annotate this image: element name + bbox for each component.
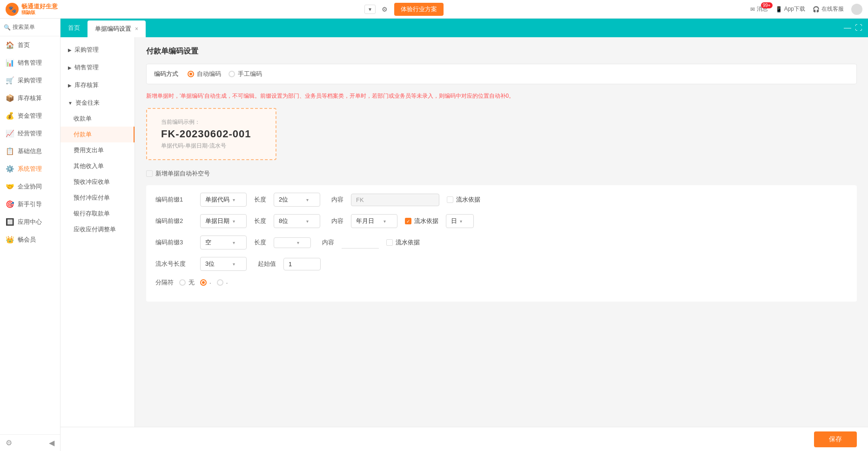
auto-fill-label: 新增单据自动补空号 xyxy=(155,169,210,178)
app-download[interactable]: 📱 App下载 xyxy=(775,5,805,13)
online-service[interactable]: 🎧 在线客服 xyxy=(813,5,844,13)
logo-subtitle: 猫鼬版 xyxy=(21,10,58,15)
sidebar-item-purchase[interactable]: 🛒 采购管理 xyxy=(0,72,60,89)
sub-item-receipt[interactable]: 收款单 xyxy=(61,111,135,127)
sidebar-item-sales[interactable]: 📊 销售管理 xyxy=(0,54,60,72)
length1-label: 长度 xyxy=(254,195,266,204)
length3-select[interactable]: ▾ xyxy=(274,237,311,248)
inventory-icon: 📦 xyxy=(6,94,14,102)
prefix2-label: 编码前缀2 xyxy=(155,217,193,225)
sidebar-item-home[interactable]: 🏠 首页 xyxy=(0,36,60,54)
sub-item-bank[interactable]: 银行存取款单 xyxy=(61,206,135,222)
sidebar-member-label: 畅会员 xyxy=(18,236,36,244)
sub-header-purchase[interactable]: ▶ 采购管理 xyxy=(61,42,135,58)
collapse-icon[interactable]: ◀ xyxy=(49,438,54,447)
settings-bottom-icon[interactable]: ⚙ xyxy=(6,438,12,447)
prefix1-arrow: ▾ xyxy=(233,197,235,202)
serial1-checkbox[interactable] xyxy=(447,196,453,203)
serial-length-select[interactable]: 3位 ▾ xyxy=(200,257,247,271)
prefix3-value: 空 xyxy=(205,238,211,247)
save-button[interactable]: 保存 xyxy=(814,431,857,447)
sidebar-item-member[interactable]: 👑 畅会员 xyxy=(0,231,60,249)
prefix1-select[interactable]: 单据代码 ▾ xyxy=(200,193,247,207)
try-button[interactable]: 体验行业方案 xyxy=(394,3,444,16)
sidebar-item-operations[interactable]: 📈 经营管理 xyxy=(0,125,60,142)
manual-encoding-radio[interactable] xyxy=(229,71,235,77)
sub-item-other-income[interactable]: 其他收入单 xyxy=(61,158,135,174)
encoding-method-section: 编码方式 自动编码 手工编码 xyxy=(146,64,857,84)
tab-close-icon[interactable]: × xyxy=(135,26,138,32)
sub-item-pre-receipt[interactable]: 预收冲应收单 xyxy=(61,174,135,190)
messages-badge: 99+ xyxy=(761,2,773,8)
auto-fill-checkbox[interactable] xyxy=(146,170,153,177)
sep-dash-label: · xyxy=(209,279,211,286)
breadcrumb-selector[interactable]: ▾ xyxy=(364,5,376,14)
sep-none-label: 无 xyxy=(188,278,195,287)
sub-header-sales[interactable]: ▶ 销售管理 xyxy=(61,60,135,75)
start-value-input[interactable] xyxy=(283,258,321,270)
serial2-checkbox-group: 流水依据 xyxy=(405,217,438,225)
sub-item-pre-payment[interactable]: 预付冲应付单 xyxy=(61,190,135,206)
messages-area[interactable]: ✉ 消息 99+ xyxy=(750,5,768,13)
sep-dot-radio[interactable] xyxy=(217,279,223,286)
sub-group-purchase: ▶ 采购管理 xyxy=(61,42,135,58)
sidebar-item-apps[interactable]: 🔲 应用中心 xyxy=(0,213,60,231)
sep-dot-option[interactable]: · xyxy=(217,279,228,286)
sub-item-adjust[interactable]: 应收应付调整单 xyxy=(61,222,135,237)
sub-item-other-income-label: 其他收入单 xyxy=(74,162,104,169)
length1-select[interactable]: 2位 ▾ xyxy=(274,193,320,207)
sub-label-sales: 销售管理 xyxy=(74,63,99,72)
system-icon: ⚙️ xyxy=(6,165,14,173)
serial2-unit-value: 日 xyxy=(451,217,457,225)
bottom-bar: 保存 xyxy=(61,427,868,451)
sidebar-item-system[interactable]: ⚙️ 系统管理 xyxy=(0,160,60,178)
sidebar-search[interactable]: 🔍 搜索菜单 xyxy=(0,19,60,36)
sep-dash-radio[interactable] xyxy=(200,279,207,286)
prefix2-value: 单据日期 xyxy=(205,217,229,225)
auto-encoding-radio[interactable] xyxy=(188,71,194,77)
tab-home[interactable]: 首页 xyxy=(61,19,87,37)
sidebar-basic-label: 基础信息 xyxy=(18,147,42,155)
start-value-label: 起始值 xyxy=(258,260,276,268)
auto-encoding-option[interactable]: 自动编码 xyxy=(188,70,221,78)
sidebar-item-enterprise[interactable]: 🤝 企业协同 xyxy=(0,178,60,195)
serial2-checkbox[interactable] xyxy=(405,218,411,224)
minimize-icon[interactable]: — xyxy=(844,24,851,32)
sidebar-item-inventory[interactable]: 📦 库存核算 xyxy=(0,89,60,107)
length2-select[interactable]: 8位 ▾ xyxy=(274,214,320,228)
sidebar-item-basic[interactable]: 📋 基础信息 xyxy=(0,142,60,160)
tab-encoding[interactable]: 单据编码设置 × xyxy=(87,20,146,37)
prefix3-select[interactable]: 空 ▾ xyxy=(200,236,247,249)
left-sidebar: 🔍 搜索菜单 🏠 首页 📊 销售管理 🛒 采购管理 📦 库存核算 💰 xyxy=(0,19,61,451)
operations-icon: 📈 xyxy=(6,129,14,138)
serial1-checkbox-group: 流水依据 xyxy=(447,195,480,204)
sep-none-radio[interactable] xyxy=(179,279,186,286)
sidebar-item-guide[interactable]: 🎯 新手引导 xyxy=(0,195,60,213)
maximize-icon[interactable]: ⛶ xyxy=(855,24,862,32)
content1-input[interactable] xyxy=(351,194,439,206)
prefix1-value: 单据代码 xyxy=(205,195,229,204)
sub-label-finance: 资金往来 xyxy=(75,99,100,107)
serial-length-value: 3位 xyxy=(205,260,215,268)
sidebar-item-finance[interactable]: 💰 资金管理 xyxy=(0,107,60,125)
content2-select[interactable]: 年月日 ▾ xyxy=(351,214,397,228)
sub-header-inventory[interactable]: ▶ 库存核算 xyxy=(61,77,135,93)
sub-item-expense[interactable]: 费用支出单 xyxy=(61,142,135,158)
sep-dash-option[interactable]: · xyxy=(200,279,211,286)
content2-value: 年月日 xyxy=(356,217,374,225)
manual-encoding-option[interactable]: 手工编码 xyxy=(229,70,262,78)
sub-item-payment[interactable]: 付款单 xyxy=(61,127,135,142)
serial3-checkbox[interactable] xyxy=(386,239,393,246)
sep-none-option[interactable]: 无 xyxy=(179,278,195,287)
sub-item-expense-label: 费用支出单 xyxy=(74,147,104,154)
page-title: 付款单编码设置 xyxy=(146,47,857,56)
tab-encoding-label: 单据编码设置 xyxy=(95,25,131,33)
sub-header-finance[interactable]: ▼ 资金往来 xyxy=(61,95,135,111)
serial-length-arrow: ▾ xyxy=(233,262,235,267)
sub-group-sales: ▶ 销售管理 xyxy=(61,60,135,75)
settings-icon[interactable]: ⚙ xyxy=(379,4,390,15)
prefix2-select[interactable]: 单据日期 ▾ xyxy=(200,214,247,228)
logo-text: 畅通道好生意 猫鼬版 xyxy=(21,3,58,16)
user-avatar[interactable] xyxy=(851,4,862,15)
serial2-unit-select[interactable]: 日 ▾ xyxy=(446,214,474,228)
